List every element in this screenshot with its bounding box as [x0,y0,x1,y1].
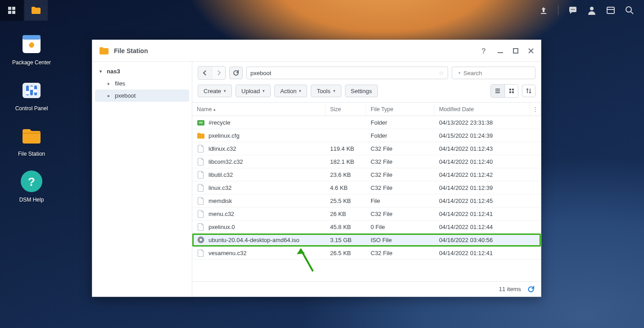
refresh-icon [233,70,239,76]
column-type[interactable]: File Type [366,103,435,116]
tree-label: files [115,80,125,87]
file-size: 23.6 KB [326,168,366,181]
upload-icon[interactable] [539,6,548,15]
file-size: 26.5 KB [326,247,366,259]
search-input[interactable]: ▾ [452,67,535,79]
create-button[interactable]: Create▾ [198,85,232,97]
tree-item[interactable]: ▸pxeboot [95,90,189,102]
column-menu[interactable]: ⋮ [530,103,541,116]
widget-icon[interactable] [606,6,615,15]
chevron-left-icon [202,70,208,76]
search-icon[interactable] [625,6,634,15]
file-icon [197,131,205,139]
file-date: 04/16/2022 03:40:56 [435,234,530,246]
table-row[interactable]: #recycleFolder04/13/2022 23:31:38 [192,116,541,129]
file-size: 3.15 GB [326,234,366,246]
svg-rect-1 [12,7,15,10]
desktop-file-station[interactable]: File Station [9,120,54,161]
file-icon [197,118,205,126]
file-size: 25.5 KB [326,194,366,207]
file-list: #recycleFolder04/13/2022 23:31:38pxelinu… [192,116,541,281]
file-type: Folder [366,116,435,129]
table-row[interactable]: pxelinux.045.8 KB0 File04/14/2022 01:12:… [192,220,541,234]
path-input[interactable]: pxeboot ☆ [246,67,448,79]
chevron-down-icon: ▾ [458,71,461,75]
chevron-down-icon: ▾ [224,89,226,93]
desktop-dsm-help[interactable]: ? DSM Help [9,166,54,207]
tree-item[interactable]: ▸files [95,77,189,90]
file-name: libcom32.c32 [209,158,243,165]
file-icon [197,184,205,192]
svg-point-19 [30,86,33,90]
help-button[interactable]: ? [481,47,489,54]
table-row[interactable]: libcom32.c32182.1 KBC32 File04/14/2022 0… [192,155,541,168]
column-size[interactable]: Size [326,103,366,116]
refresh-button[interactable] [229,67,243,79]
desktop-label: DSM Help [19,197,44,204]
star-icon[interactable]: ☆ [439,70,444,76]
tree-root[interactable]: ▾ nas3 [95,65,189,77]
desktop-control-panel[interactable]: Control Panel [9,75,54,115]
table-row[interactable]: vesamenu.c3226.5 KBC32 File04/14/2022 01… [192,247,541,260]
desktop-package-center[interactable]: Package Center [9,29,54,69]
taskbar-apps-button[interactable] [0,0,23,21]
file-icon [197,223,205,231]
file-name: memdisk [209,198,232,204]
chat-icon[interactable] [568,6,577,15]
taskbar-file-station[interactable] [24,0,48,21]
chevron-down-icon: ▾ [333,89,336,93]
forward-button[interactable] [212,67,225,79]
grid-view-button[interactable] [504,85,518,97]
back-button[interactable] [198,67,212,79]
path-text: pxeboot [250,70,271,76]
search-field[interactable] [463,70,539,76]
action-button[interactable]: Action▾ [274,85,307,97]
chevron-down-icon: ▾ [299,89,301,93]
file-date: 04/14/2022 01:12:41 [435,207,530,220]
minimize-button[interactable] [497,47,504,54]
column-date[interactable]: Modified Date [435,103,530,116]
svg-rect-13 [23,35,41,40]
table-row[interactable]: menu.c3226 KBC32 File04/14/2022 01:12:41 [192,207,541,220]
table-row[interactable]: pxelinux.cfgFolder04/15/2022 01:24:39 [192,129,541,142]
settings-button[interactable]: Settings [345,85,378,97]
close-button[interactable] [527,47,535,54]
table-row[interactable]: linux.c324.6 KBC32 File04/14/2022 01:12:… [192,181,541,194]
chevron-right-icon: ▸ [108,93,112,98]
desktop-icons: Package Center Control Panel File Statio… [9,29,54,206]
tools-button[interactable]: Tools▾ [311,85,341,97]
file-name: linux.c32 [209,184,231,191]
file-date: 04/14/2022 01:12:40 [435,155,530,168]
action-toolbar: Create▾ Upload▾ Action▾ Tools▾ Settings [192,84,541,102]
maximize-button[interactable] [512,47,519,54]
file-station-icon [19,123,44,148]
user-icon[interactable] [587,6,596,15]
status-refresh-button[interactable] [527,286,535,293]
window-titlebar[interactable]: File Station ? [92,40,541,62]
svg-point-5 [572,9,573,10]
table-row[interactable]: ubuntu-20.04.4-desktop-amd64.iso3.15 GBI… [192,234,541,247]
tree-label: pxeboot [115,92,136,99]
file-icon [197,197,205,205]
file-icon [197,236,205,244]
file-type: 0 File [366,220,435,233]
table-row[interactable]: ldlinux.c32119.4 KBC32 File04/14/2022 01… [192,142,541,155]
file-icon [197,249,205,257]
folder-icon [31,6,41,15]
file-size: 119.4 KB [326,142,366,155]
column-name[interactable]: Name▴ [192,103,326,116]
file-type: File [366,194,435,207]
list-view-button[interactable] [491,85,504,97]
file-icon [197,157,205,166]
file-name: vesamenu.c32 [209,250,247,256]
svg-line-11 [631,12,633,14]
table-row[interactable]: libutil.c3223.6 KBC32 File04/14/2022 01:… [192,168,541,181]
file-name: pxelinux.0 [209,224,235,230]
file-station-window: File Station ? ▾ nas3 ▸files▸pxeboot [92,40,541,297]
upload-button[interactable]: Upload▾ [236,85,271,97]
folder-icon [99,45,109,56]
svg-rect-0 [8,7,11,10]
table-row[interactable]: memdisk25.5 KBFile04/14/2022 01:12:45 [192,194,541,207]
chevron-down-icon: ▾ [100,69,104,74]
sort-button[interactable] [522,85,535,97]
